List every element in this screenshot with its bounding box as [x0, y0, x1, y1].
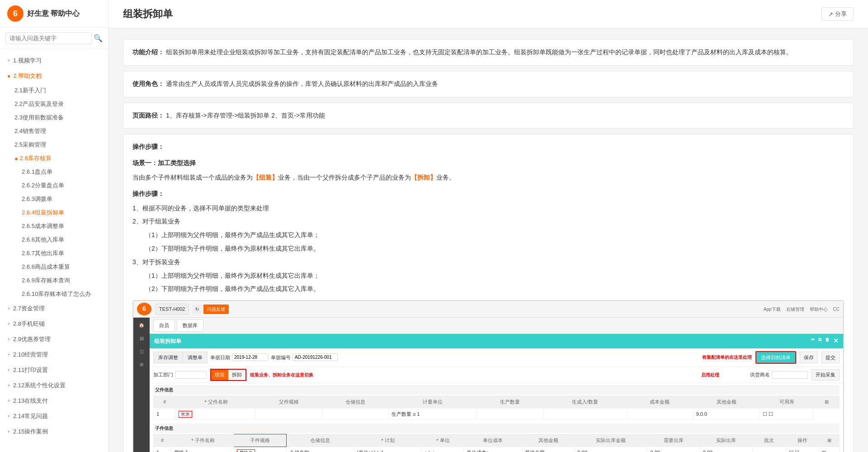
- share-button[interactable]: ↗ 分享: [821, 7, 854, 21]
- sidebar-item-2-6-6[interactable]: 2.6.6其他入库单: [0, 233, 108, 247]
- sidebar-item-2-6-3[interactable]: 2.6.3调拨单: [0, 192, 108, 206]
- sw-upper-table-header: # ＊父件名称 父件规格 仓储信息 计量单位 生产数量 生成入/数量 成本金额: [154, 396, 840, 409]
- sw-topbar: 6 TEST-H002 ↻ 问题反馈 App下载 右辅管理 帮助中心 CC: [133, 301, 843, 318]
- sw-date-input[interactable]: [232, 353, 268, 361]
- sw-type-tab-2[interactable]: 调整单: [183, 352, 208, 364]
- sidebar-item-2-9[interactable]: + 2.9优惠券管理: [0, 332, 108, 347]
- intro-block: 功能介绍： 组装拆卸单用来处理企业组装或拆卸等加工业务，支持有固定装配清单的产品…: [123, 39, 854, 66]
- sw-assemble-tab[interactable]: 组装: [211, 370, 228, 380]
- sidebar-item-2-11[interactable]: + 2.11打印设置: [0, 362, 108, 378]
- nav-list: + 1.视频学习 ● 2.帮助文档 2.1新手入门 2.2产品安装及登录 2.3…: [0, 49, 108, 452]
- sidebar-item-2-2[interactable]: 2.2产品安装及登录: [0, 97, 108, 111]
- sw-toolbar2: 加工部门 组装 拆卸 组装业务、拆卸业务在这里切换: [150, 367, 843, 383]
- sw-delete-icon[interactable]: 🗑: [825, 336, 830, 347]
- minus-icon: ●: [7, 73, 10, 79]
- sidebar-item-2-6-8[interactable]: 2.6.8商品成本重算: [0, 260, 108, 274]
- sw-type-tab-1[interactable]: 库存调整: [153, 352, 183, 364]
- sw-supplier-field: 供货商名: [750, 371, 808, 379]
- annotation-a3: 组装业务、拆卸业务在这里切换: [250, 371, 313, 379]
- sw-company: TEST-H002: [155, 304, 189, 315]
- sidebar-item-2-6-9[interactable]: 2.6.9库存账本查询: [0, 274, 108, 287]
- plus-icon-2-14: +: [7, 413, 10, 419]
- sw-upper-section: 父件信息 # ＊父件名称 父件规格 仓: [150, 383, 843, 422]
- sw-sync-btn: ↻: [193, 305, 202, 314]
- sidebar-item-2-4[interactable]: 2.4销售管理: [0, 124, 108, 138]
- sidebar-item-2-13[interactable]: + 2.13在线支付: [0, 393, 108, 409]
- sw-left-nav: 🏠 ▤ ◫ ⊞: [133, 318, 150, 452]
- sw-nav-menu3[interactable]: ⊞: [140, 361, 143, 368]
- search-input[interactable]: [5, 32, 92, 44]
- sw-edit-icon[interactable]: ✏: [811, 336, 815, 347]
- sw-save-btn[interactable]: 保存: [800, 352, 818, 364]
- main-header: 组装拆卸单 ↗ 分享: [108, 0, 868, 29]
- table-row: 1 属性 1 属性名 仓储名称 (单位+≥) ≥ 1 + ≥ + 单位成本+ 其…: [154, 447, 840, 452]
- logo-circle: 6: [7, 5, 24, 22]
- sw-number-input[interactable]: [292, 353, 338, 361]
- sidebar-item-2-6-5[interactable]: 2.6.5成本调整单: [0, 219, 108, 233]
- sidebar-item-2-14[interactable]: + 2.14常见问题: [0, 409, 108, 424]
- step3-1: （1）上部明细为父件明细，最终作为原材料生成其它出库单；: [145, 271, 844, 281]
- sw-title-actions: ✏ ⧉ 🗑 ✕: [811, 336, 839, 347]
- path-block: 页面路径： 1、库存核算->库存管理->组装拆卸单 2、首页->常用功能: [123, 103, 854, 129]
- sidebar-item-2-6-2[interactable]: 2.6.2分量盘点单: [0, 179, 108, 192]
- sw-copy-icon[interactable]: ⧉: [818, 336, 821, 347]
- step2: 2、对于组装业务: [132, 216, 844, 227]
- sidebar-item-2-15[interactable]: + 2.15操作案例: [0, 424, 108, 439]
- sw-title-bar: 组装拆卸单 ✏ ⧉ 🗑 ✕: [150, 334, 843, 348]
- sw-tab-home[interactable]: 自员: [153, 319, 175, 332]
- sidebar-item-2-6-7[interactable]: 2.6.7其他出库单: [0, 247, 108, 260]
- sw-submit-btn[interactable]: 提交: [821, 352, 840, 364]
- page-title: 组装拆卸单: [123, 7, 173, 21]
- search-button[interactable]: 🔍: [94, 34, 103, 43]
- sidebar-item-2-6-1[interactable]: 2.6.1盘点单: [0, 165, 108, 179]
- sw-main-layout: 🏠 ▤ ◫ ⊞ 自员 数据库: [133, 318, 843, 452]
- sw-form-number: 单据编号: [271, 353, 338, 362]
- sidebar-item-2-3[interactable]: 2.3使用前数据准备: [0, 111, 108, 124]
- path-label: 页面路径：: [132, 112, 164, 119]
- plus-icon-2-11: +: [7, 367, 10, 373]
- sidebar-item-2-12[interactable]: + 2.12系统个性化设置: [0, 378, 108, 393]
- sw-lower-table-header: # ＊子件名称 子件规格 仓储信息 ＊计划 ＊单位 单位成本 其他金额: [154, 434, 840, 447]
- sw-close-btn[interactable]: ✕: [833, 336, 839, 347]
- role-label: 使用角色：: [132, 80, 164, 87]
- step2-2: （2）下部明细为子件明细，最终作为原材料生成其它出库单。: [145, 243, 844, 254]
- sidebar-item-docs[interactable]: ● 2.帮助文档: [0, 68, 108, 84]
- sidebar-item-2-6-4[interactable]: 2.6.4组装拆卸单: [0, 206, 108, 219]
- sidebar-item-2-5[interactable]: 2.5采购管理: [0, 138, 108, 152]
- sw-confirm-btn[interactable]: 开始采集: [811, 369, 840, 381]
- sw-disassemble-tab[interactable]: 拆卸: [228, 370, 245, 380]
- sidebar-item-2-10[interactable]: + 2.10经营管理: [0, 347, 108, 362]
- role-block: 使用角色： 通常由生产人员或库管人员完成拆装业务的操作，库管人员确认原材料的出库…: [123, 71, 854, 97]
- sidebar-item-2-6-10[interactable]: 2.6.10库存账本错了怎么办: [0, 287, 108, 301]
- sidebar-item-2-7[interactable]: + 2.7资金管理: [0, 301, 108, 316]
- table-row: 1 米米 生产数量 ≥ 1 9.0.0: [154, 408, 840, 420]
- sidebar-item-2-1[interactable]: 2.1新手入门: [0, 84, 108, 97]
- nav-sub-docs: 2.1新手入门 2.2产品安装及登录 2.3使用前数据准备 2.4销售管理 2.…: [0, 84, 108, 301]
- share-icon: ↗: [828, 11, 833, 18]
- sw-nav-home[interactable]: 🏠: [139, 321, 144, 329]
- role-text: 通常由生产人员或库管人员完成拆装业务的操作，库管人员确认原材料的出库和产成品的入…: [166, 80, 438, 87]
- sw-nav-icons: ↻ 问题反馈: [193, 305, 229, 314]
- sidebar-item-video[interactable]: + 1.视频学习: [0, 53, 108, 68]
- plus-icon-2-10: +: [7, 352, 10, 358]
- sw-type-toggle: 组装 拆卸: [210, 369, 246, 381]
- plus-icon-2-15: +: [7, 428, 10, 435]
- sidebar-item-2-8[interactable]: + 2.8手机旺铺: [0, 316, 108, 332]
- sw-dept-field: 加工部门: [153, 371, 207, 379]
- sw-lower-section: 子件信息 # ＊子件名称 子件规格 仓储信息: [150, 422, 843, 452]
- sidebar: 6 好生意 帮助中心 🔍 + 1.视频学习 ● 2.帮助文档 2.1新手入门 2…: [0, 0, 108, 452]
- sw-supplier-input[interactable]: [772, 371, 808, 379]
- scene1-desc: 当由多个子件材料组装成一个成品的业务为【组装】业务，当由一个父件拆分成多个子产品…: [132, 172, 844, 183]
- sw-dept-input[interactable]: [175, 371, 207, 379]
- screenshot-container: 6 TEST-H002 ↻ 问题反馈 App下载 右辅管理 帮助中心 CC: [132, 300, 844, 452]
- step2-1: （1）上部明细为父件明细，最终作为产成品生成其它入库单；: [145, 230, 844, 241]
- sw-nav-menu2[interactable]: ◫: [140, 347, 144, 355]
- sw-enable-area: 启用处理: [701, 371, 719, 379]
- sw-nav-menu1[interactable]: ▤: [140, 334, 144, 342]
- sidebar-item-2-6[interactable]: ● 2.6库存核算: [0, 152, 108, 165]
- sw-select-list-btn[interactable]: 选择归档清单: [755, 351, 796, 364]
- sw-tabs: 自员 数据库: [150, 318, 843, 334]
- sw-tab-data[interactable]: 数据库: [177, 319, 203, 332]
- sw-feedback-btn: 问题反馈: [203, 305, 229, 314]
- sw-type-tabs: 库存调整 调整单: [153, 352, 208, 364]
